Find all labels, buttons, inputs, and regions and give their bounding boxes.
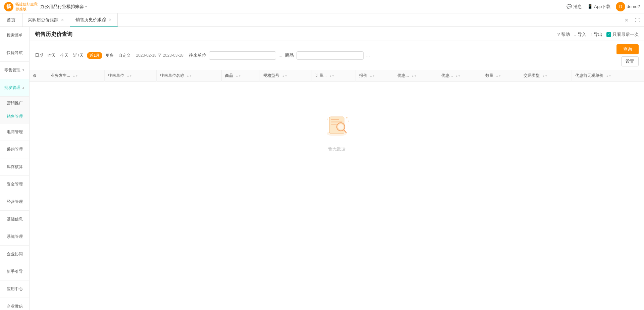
sidebar-item-new-guide[interactable]: 新手引导 [0,263,29,280]
settings-button[interactable]: 设置 [621,56,639,66]
sidebar-item-retail-mgmt[interactable]: 零售管理 ▼ [0,62,29,79]
date-label: 日期 [35,52,44,58]
goods-input[interactable] [297,51,364,60]
top-header: 畅 畅捷信好生意 标准版 办公用品行业模拟账套 ▾ 💬 消息 📱 App下载 D… [0,0,644,13]
query-button[interactable]: 查询 [616,44,639,54]
date-range-text: 2023-02-18 至 2023-03-18 [136,53,183,58]
sidebar-item-enterprise-wechat[interactable]: 企业微信 [0,298,29,310]
chevron-up-icon: ▲ [22,86,25,90]
maximize-btn[interactable]: ⛶ [633,16,641,24]
tab-bar: 首页 采购历史价跟踪 ✕ 销售历史价跟踪 ✕ ✕ ⛶ [0,13,644,27]
sort-arrows-biz-date: ▲▼ [73,75,78,78]
filter-input-area: 往来单位 ... 商品 ... [189,51,611,60]
sidebar-item-purchase[interactable]: 采购管理 [0,141,29,158]
sidebar-item-system[interactable]: 系统管理 [0,228,29,246]
app-download-btn[interactable]: 📱 App下载 [587,4,610,10]
sidebar-item-inventory[interactable]: 库存核算 [0,158,29,176]
sidebar-ecommerce-label: 电商管理 [7,129,23,135]
sidebar-system-label: 系统管理 [7,234,23,240]
purchase-history-tab-label: 采购历史价跟踪 [28,17,58,23]
col-settings[interactable]: ⚙ [30,70,47,82]
tab-sales-history[interactable]: 销售历史价跟踪 ✕ [70,13,118,27]
empty-state-text: 暂无数据 [328,146,345,152]
svg-rect-2 [331,119,339,120]
col-trade-type[interactable]: 交易类型 ▲▼ [520,70,572,82]
svg-point-6 [338,124,343,130]
date-opt-today[interactable]: 今天 [59,52,70,59]
sort-arrows-unit: ▲▼ [329,75,334,78]
sidebar-item-wholesale-mgmt[interactable]: 批发管理 ▲ [0,79,29,97]
import-icon: ↓ [574,32,576,37]
sidebar-quick-nav-label: 快捷导航 [7,50,23,56]
sidebar-item-quick-nav[interactable]: 快捷导航 [0,44,29,62]
sidebar-item-search-menu[interactable]: 搜索菜单 [0,27,29,44]
help-btn[interactable]: ? 帮助 [557,32,570,38]
date-opt-yesterday[interactable]: 昨天 [46,52,57,59]
sidebar-enterprise-collab-label: 企业协同 [7,251,23,257]
only-last-checkbox[interactable]: ✓ 只看最后一次 [606,32,639,38]
tab-home[interactable]: 首页 [0,13,22,27]
page-header-actions: ? 帮助 ↓ 导入 ↑ 导出 ✓ 只看最后一次 [557,32,639,38]
col-quantity[interactable]: 数量 ▲▼ [482,70,520,82]
sort-arrows-goods: ▲▼ [236,75,241,78]
svg-rect-4 [331,124,338,125]
header-left: 畅 畅捷信好生意 标准版 办公用品行业模拟账套 ▾ [4,2,87,11]
date-options: 昨天 今天 近7天 近1月 更多 自定义 [46,52,132,59]
col-goods[interactable]: 商品 ▲▼ [222,70,260,82]
sidebar-item-finance[interactable]: 资金管理 [0,176,29,193]
tab-purchase-history[interactable]: 采购历史价跟踪 ✕ [22,13,70,27]
sidebar-item-ecommerce[interactable]: 电商管理 [0,123,29,141]
col-quote-price[interactable]: 报价 ▲▼ [356,70,394,82]
sort-arrows-trade-type: ▲▼ [542,75,547,78]
message-btn[interactable]: 💬 消息 [567,4,582,10]
close-purchase-tab-icon[interactable]: ✕ [60,17,64,22]
sidebar-finance-label: 资金管理 [7,182,23,187]
partner-filter-field: 往来单位 ... [189,51,282,60]
empty-state: 暂无数据 [30,82,644,179]
col-discount2[interactable]: 优惠... ▲▼ [438,70,482,82]
sidebar-item-sales-mgmt[interactable]: 销售管理 [0,110,29,123]
main-layout: 搜索菜单 快捷导航 零售管理 ▼ 批发管理 ▲ 营销推广 销售管理 电商管理 采… [0,27,644,310]
help-icon: ? [557,32,560,37]
settings-icon: ⚙ [33,73,37,78]
close-all-tabs-btn[interactable]: ✕ [623,16,631,24]
date-opt-custom[interactable]: 自定义 [117,52,132,59]
page-container: 销售历史价查询 ? 帮助 ↓ 导入 ↑ 导出 ✓ [30,27,644,310]
partner-label: 往来单位 [189,52,206,58]
sidebar-item-enterprise-collab[interactable]: 企业协同 [0,246,29,263]
goods-dots-btn[interactable]: ... [366,53,370,58]
industry-selector[interactable]: 办公用品行业模拟账套 ▾ [40,4,87,10]
sort-arrows-quote-price: ▲▼ [370,75,375,78]
col-partner-code[interactable]: 往来单位 ▲▼ [105,70,156,82]
avatar: D [616,2,625,11]
wholesale-sub-group: 营销推广 销售管理 [0,97,29,123]
partner-dots-btn[interactable]: ... [279,53,282,58]
col-spec[interactable]: 规格型号 ▲▼ [260,70,312,82]
filter-bar: 日期 昨天 今天 近7天 近1月 更多 自定义 2023-02-18 至 202… [30,41,644,70]
sidebar-retail-mgmt-label: 零售管理 [4,67,20,73]
sidebar-item-ops[interactable]: 经营管理 [0,193,29,211]
col-pretax-price[interactable]: 优惠前无税单价 ▲▼ [572,70,644,82]
sidebar-item-basic-info[interactable]: 基础信息 [0,211,29,228]
home-tab-label: 首页 [7,17,15,23]
date-opt-last1month[interactable]: 近1月 [87,52,103,59]
goods-label: 商品 [285,52,294,58]
sort-arrows-discount2: ▲▼ [455,75,461,78]
date-opt-last7days[interactable]: 近7天 [72,52,85,59]
col-discount1[interactable]: 优惠... ▲▼ [394,70,438,82]
col-unit[interactable]: 计量... ▲▼ [312,70,356,82]
export-btn[interactable]: ↑ 导出 [590,32,603,38]
sidebar-item-app-center[interactable]: 应用中心 [0,280,29,298]
partner-input[interactable] [209,51,276,60]
sort-arrows-discount1: ▲▼ [411,75,417,78]
import-btn[interactable]: ↓ 导入 [574,32,586,38]
date-opt-more[interactable]: 更多 [104,52,115,59]
col-partner-name[interactable]: 往来单位名称 ▲▼ [156,70,222,82]
col-biz-date[interactable]: 业务发生... ▲▼ [47,70,105,82]
sidebar-basic-info-label: 基础信息 [7,216,23,222]
close-sales-tab-icon[interactable]: ✕ [108,17,112,22]
date-filter-group: 日期 昨天 今天 近7天 近1月 更多 自定义 2023-02-18 至 202… [35,52,183,59]
sidebar-item-marketing[interactable]: 营销推广 [0,97,29,110]
page-title: 销售历史价查询 [35,31,72,38]
user-profile[interactable]: D demo2 [616,2,640,11]
